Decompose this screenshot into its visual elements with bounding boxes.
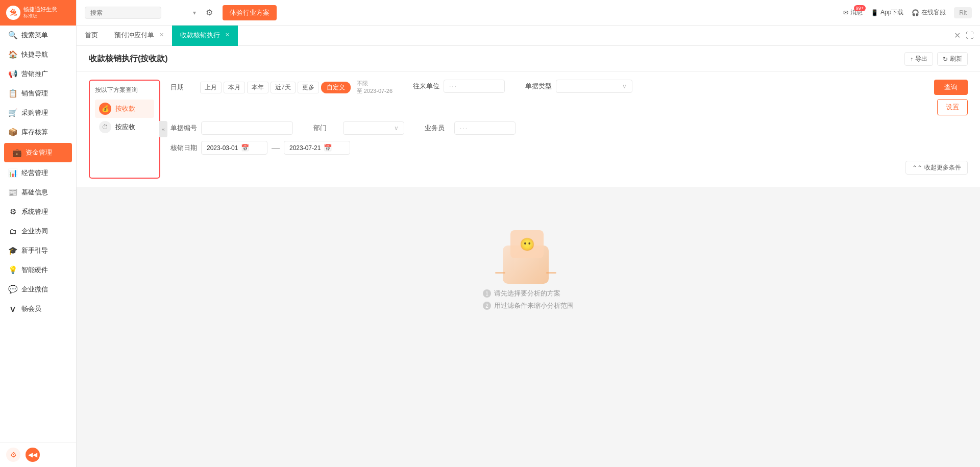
filter-main-area: 日期 上月 本月 本年 近7天 更多 自定义 不限 至 bbox=[170, 80, 968, 179]
topbar-dropdown-button[interactable]: ▾ bbox=[193, 9, 196, 16]
hint-num-1: 1 bbox=[483, 289, 491, 298]
empty-hint-1: 1 请先选择要分析的方案 bbox=[483, 289, 574, 298]
tabbar-right-actions: ✕ ⛶ bbox=[954, 31, 980, 40]
sidebar-item-member[interactable]: V 畅会员 bbox=[0, 299, 76, 318]
tab-receipt-verify-close-icon[interactable]: ✕ bbox=[225, 32, 230, 38]
tab-home[interactable]: 首页 bbox=[77, 26, 106, 46]
topbar-search-input[interactable] bbox=[85, 7, 161, 19]
export-button[interactable]: ↑ 导出 bbox=[904, 52, 933, 66]
purchase-icon: 🛒 bbox=[8, 108, 17, 117]
export-label: 导出 bbox=[915, 55, 927, 63]
topbar-gear-icon[interactable]: ⚙ bbox=[202, 6, 216, 20]
partner-select[interactable]: ··· bbox=[444, 80, 505, 93]
sidebar: 兔 畅捷通好生意 标准版 🔍 搜索菜单 🏠 快捷导航 📢 营销推广 📋 销售管理… bbox=[0, 0, 77, 467]
settings-bottom-icon[interactable]: ⚙ bbox=[6, 448, 20, 462]
tab-close-all-icon[interactable]: ✕ bbox=[954, 31, 961, 40]
tab-receipt-verify[interactable]: 收款核销执行 ✕ bbox=[172, 26, 238, 46]
sidebar-label-operations: 经营管理 bbox=[21, 168, 48, 178]
calendar-start-icon: 📅 bbox=[241, 144, 249, 152]
date-btn-this-month[interactable]: 本月 bbox=[224, 82, 245, 93]
sidebar-item-sales[interactable]: 📋 销售管理 bbox=[0, 84, 76, 103]
staff-dots: ··· bbox=[460, 125, 468, 132]
sidebar-label-inventory: 库存核算 bbox=[21, 128, 48, 137]
filter-option-by-receipt[interactable]: 💰 按收款 bbox=[95, 100, 154, 118]
sidebar-item-hardware[interactable]: 💡 智能硬件 bbox=[0, 260, 76, 280]
topbar-right: ✉ 消息 99+ 📱 App下载 🎧 在线客服 Rit bbox=[843, 7, 972, 18]
page-header-actions: ↑ 导出 ↻ 刷新 bbox=[904, 52, 968, 66]
verify-date-range: 2023-03-01 📅 — 2023-07-21 📅 bbox=[201, 141, 350, 155]
staff-label: 业务员 bbox=[425, 124, 450, 133]
date-btn-custom[interactable]: 自定义 bbox=[321, 82, 351, 93]
app-download-icon: 📱 bbox=[871, 9, 878, 16]
verify-date-start-value: 2023-03-01 bbox=[207, 144, 238, 152]
verify-date-start-input[interactable]: 2023-03-01 📅 bbox=[201, 141, 267, 155]
system-icon: ⚙ bbox=[8, 207, 17, 216]
query-button[interactable]: 查询 bbox=[934, 80, 968, 95]
sidebar-label-search: 搜索菜单 bbox=[21, 31, 48, 40]
date-btn-this-year[interactable]: 本年 bbox=[247, 82, 268, 93]
collapse-more-row: ⌃⌃ 收起更多条件 bbox=[170, 159, 968, 179]
collapse-more-button[interactable]: ⌃⌃ 收起更多条件 bbox=[905, 161, 968, 175]
headset-icon: 🎧 bbox=[912, 9, 919, 16]
voucher-no-input[interactable] bbox=[201, 121, 293, 135]
search-icon: 🔍 bbox=[8, 31, 17, 40]
tab-prepay-label: 预付冲应付单 bbox=[114, 31, 154, 40]
empty-face-shape: 😶 bbox=[510, 230, 544, 258]
date-label: 日期 bbox=[170, 83, 196, 92]
sidebar-label-finance: 资金管理 bbox=[26, 148, 52, 157]
filter-option-by-receivable[interactable]: ⏱ 按应收 bbox=[95, 118, 154, 136]
voucher-type-label: 单据类型 bbox=[525, 82, 552, 91]
sidebar-item-finance[interactable]: 💼 资金管理 bbox=[4, 143, 72, 162]
verify-date-end-input[interactable]: 2023-07-21 📅 bbox=[284, 141, 350, 155]
app-badge: 标准版 bbox=[23, 13, 57, 19]
topbar: ▾ ⚙ 体验行业方案 ✉ 消息 99+ 📱 App下载 🎧 在线客服 Rit bbox=[77, 0, 980, 26]
date-btn-last-month[interactable]: 上月 bbox=[200, 82, 222, 93]
message-button[interactable]: ✉ 消息 99+ bbox=[843, 8, 863, 17]
hint-num-2: 2 bbox=[483, 302, 491, 310]
voucher-type-select[interactable]: ∨ bbox=[556, 80, 632, 93]
sidebar-item-guide[interactable]: 🎓 新手引导 bbox=[0, 241, 76, 260]
user-account[interactable]: Rit bbox=[954, 7, 972, 18]
empty-state: 😶 1 请先选择要分析的方案 2 用过滤条件来缩小分析范围 bbox=[77, 187, 980, 354]
sidebar-label-basic-info: 基础信息 bbox=[21, 188, 48, 197]
logo-icon: 兔 bbox=[6, 6, 20, 20]
sidebar-item-inventory[interactable]: 📦 库存核算 bbox=[0, 122, 76, 142]
app-name: 畅捷通好生意 bbox=[23, 6, 57, 13]
sidebar-item-system[interactable]: ⚙ 系统管理 bbox=[0, 202, 76, 222]
sidebar-item-collab[interactable]: 🗂 企业协同 bbox=[0, 222, 76, 241]
empty-illustration: 😶 bbox=[495, 228, 561, 284]
verify-date-end-value: 2023-07-21 bbox=[289, 144, 321, 152]
tab-receipt-verify-label: 收款核销执行 bbox=[180, 31, 220, 40]
tab-prepay[interactable]: 预付冲应付单 ✕ bbox=[106, 26, 172, 46]
app-download-button[interactable]: 📱 App下载 bbox=[871, 8, 903, 17]
staff-select[interactable]: ··· bbox=[454, 121, 516, 135]
empty-hint-2: 2 用过滤条件来缩小分析范围 bbox=[483, 301, 574, 310]
filter-sidebar-collapse-button[interactable]: « bbox=[159, 121, 167, 137]
sidebar-label-sales: 销售管理 bbox=[21, 89, 48, 98]
tab-maximize-icon[interactable]: ⛶ bbox=[966, 31, 974, 40]
sidebar-item-purchase[interactable]: 🛒 采购管理 bbox=[0, 103, 76, 122]
dept-select[interactable]: ∨ bbox=[343, 121, 404, 135]
sidebar-item-nav[interactable]: 🏠 快捷导航 bbox=[0, 45, 76, 64]
settings-button[interactable]: 设置 bbox=[937, 99, 968, 115]
refresh-icon: ↻ bbox=[943, 56, 948, 63]
partner-dots: ··· bbox=[449, 83, 457, 90]
date-btn-last-7days[interactable]: 近7天 bbox=[271, 82, 296, 93]
tab-prepay-close-icon[interactable]: ✕ bbox=[159, 32, 164, 38]
sidebar-label-nav: 快捷导航 bbox=[21, 50, 48, 59]
online-service-button[interactable]: 🎧 在线客服 bbox=[912, 8, 946, 17]
sidebar-item-search[interactable]: 🔍 搜索菜单 bbox=[0, 26, 76, 45]
refresh-button[interactable]: ↻ 刷新 bbox=[937, 52, 968, 66]
sidebar-collapse-button[interactable]: ◀◀ bbox=[26, 448, 40, 462]
marketing-icon: 📢 bbox=[8, 69, 17, 79]
sidebar-item-marketing[interactable]: 📢 营销推广 bbox=[0, 64, 76, 84]
hint-text-2: 用过滤条件来缩小分析范围 bbox=[494, 301, 574, 310]
solution-button[interactable]: 体验行业方案 bbox=[223, 5, 277, 20]
date-btn-more[interactable]: 更多 bbox=[298, 82, 319, 93]
operations-icon: 📊 bbox=[8, 168, 17, 178]
page-header: 收款核销执行(按收款) ↑ 导出 ↻ 刷新 bbox=[77, 46, 980, 71]
collab-icon: 🗂 bbox=[8, 227, 17, 236]
sidebar-item-operations[interactable]: 📊 经营管理 bbox=[0, 163, 76, 183]
sidebar-item-wechat[interactable]: 💬 企业微信 bbox=[0, 280, 76, 299]
sidebar-item-basic-info[interactable]: 📰 基础信息 bbox=[0, 183, 76, 202]
